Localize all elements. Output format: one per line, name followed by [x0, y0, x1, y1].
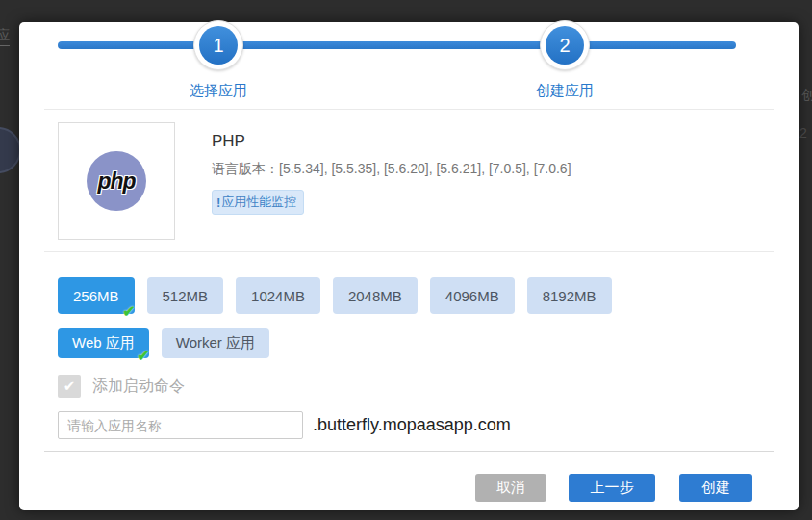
stepper: 1 选择应用 2 创建应用 [44, 22, 774, 110]
type-option-web[interactable]: Web 应用 ✔ [58, 328, 149, 358]
memory-option-4096mb[interactable]: 4096MB [430, 277, 515, 314]
memory-options-row: 256MB ✔ 512MB 1024MB 2048MB 4096MB 8192M… [58, 277, 774, 314]
app-name-title: PHP [212, 132, 571, 151]
selected-check-icon: ✔ [122, 302, 135, 321]
app-logo-card: php [58, 122, 175, 240]
create-app-modal: 1 选择应用 2 创建应用 php PHP 语言版本：[5.5.34], [5.… [19, 22, 799, 510]
background-page-text: 应 [0, 27, 10, 46]
background-avatar-fragment [0, 127, 21, 173]
selected-check-icon: ✔ [137, 347, 149, 365]
alert-icon: ! [216, 195, 220, 210]
php-logo-text: php [97, 169, 135, 195]
memory-option-512mb[interactable]: 512MB [147, 277, 224, 314]
app-language-versions: 语言版本：[5.5.34], [5.5.35], [5.6.20], [5.6.… [212, 161, 571, 178]
type-option-label: Web 应用 [72, 334, 135, 351]
app-name-row: .butterfly.mopaasapp.com [58, 411, 774, 439]
step-number: 2 [546, 26, 584, 65]
create-button[interactable]: 创建 [679, 474, 752, 502]
previous-step-button[interactable]: 上一步 [569, 474, 655, 502]
type-option-worker[interactable]: Worker 应用 [162, 328, 269, 358]
startup-command-checkbox[interactable]: ✔ [58, 375, 81, 398]
apm-badge-label: 应用性能监控 [221, 194, 296, 211]
step-label-select-app: 选择应用 [161, 82, 276, 100]
apm-badge: ! 应用性能监控 [212, 190, 304, 215]
app-info: PHP 语言版本：[5.5.34], [5.5.35], [5.6.20], [… [212, 122, 571, 240]
app-name-input[interactable] [58, 411, 303, 439]
background-page-text: 创 [801, 87, 812, 104]
stepper-progress-bar [58, 41, 736, 49]
checkbox-check-icon: ✔ [63, 377, 76, 395]
startup-command-label: 添加启动命令 [92, 377, 185, 397]
step-create-app[interactable]: 2 创建应用 [540, 20, 590, 70]
config-section: 256MB ✔ 512MB 1024MB 2048MB 4096MB 8192M… [44, 252, 774, 452]
selected-app-section: php PHP 语言版本：[5.5.34], [5.5.35], [5.6.20… [44, 110, 774, 252]
step-number: 1 [199, 26, 238, 65]
step-select-app[interactable]: 1 选择应用 [193, 20, 243, 70]
memory-option-1024mb[interactable]: 1024MB [236, 277, 320, 314]
php-logo-icon: php [87, 151, 146, 211]
memory-option-label: 256MB [73, 288, 119, 304]
app-type-options-row: Web 应用 ✔ Worker 应用 [58, 328, 774, 358]
step-circle: 2 [540, 20, 590, 70]
startup-command-row: ✔ 添加启动命令 [58, 375, 774, 398]
cancel-button[interactable]: 取消 [475, 474, 546, 502]
memory-option-256mb[interactable]: 256MB ✔ [58, 277, 135, 314]
modal-footer: 取消 上一步 创建 [44, 452, 774, 502]
step-circle: 1 [193, 20, 243, 70]
step-label-create-app: 创建应用 [507, 82, 622, 100]
background-page-text: 2 [799, 125, 807, 141]
memory-option-8192mb[interactable]: 8192MB [527, 277, 612, 314]
domain-suffix: .butterfly.mopaasapp.com [313, 415, 511, 435]
memory-option-2048mb[interactable]: 2048MB [333, 277, 418, 314]
